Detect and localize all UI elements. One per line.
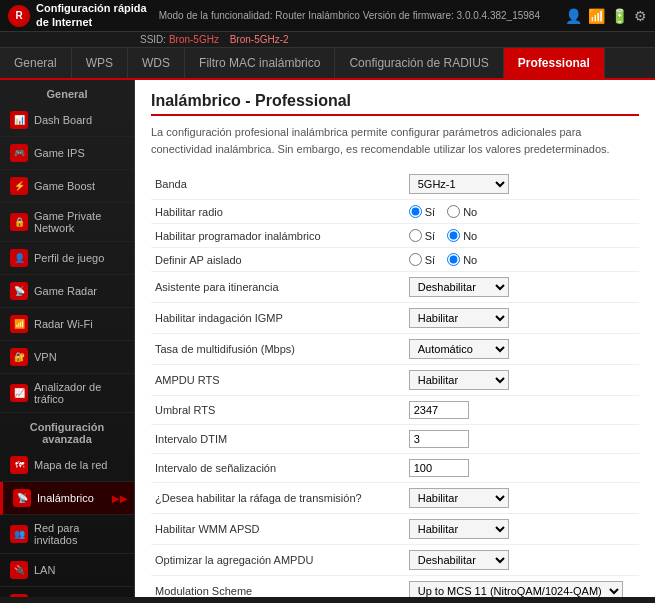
radio-option[interactable]: No — [447, 205, 477, 218]
logo: R Configuración rápida de Internet — [8, 2, 147, 28]
description: La configuración profesional inalámbrica… — [151, 124, 639, 157]
sidebar-item-gameips[interactable]: 🎮 Game IPS — [0, 137, 134, 170]
gameips-icon: 🎮 — [10, 144, 28, 162]
field-control[interactable]: HabilitarDeshabilitar — [405, 365, 639, 396]
table-row: Habilitar indagación IGMPHabilitarDeshab… — [151, 303, 639, 334]
perfil-icon: 👤 — [10, 249, 28, 267]
sidebar: General 📊 Dash Board 🎮 Game IPS ⚡ Game B… — [0, 80, 135, 597]
sidebar-item-mapa[interactable]: 🗺 Mapa de la red — [0, 449, 134, 482]
table-row: Umbral RTS — [151, 396, 639, 425]
radio-option[interactable]: No — [447, 253, 477, 266]
field-control[interactable]: SíNo — [405, 224, 639, 248]
tab-professional[interactable]: Professional — [504, 48, 605, 78]
sidebar-item-wan[interactable]: 🌐 WAN — [0, 587, 134, 597]
field-control[interactable] — [405, 396, 639, 425]
top-bar-icons: 👤 📶 🔋 ⚙ — [565, 8, 647, 24]
sidebar-item-inalambrico[interactable]: 📡 Inalámbrico ▶▶ — [0, 482, 134, 515]
field-select[interactable]: 5GHz-15GHz-22.4GHz — [409, 174, 509, 194]
field-label: Definir AP aislado — [151, 248, 405, 272]
field-label: Modulation Scheme — [151, 576, 405, 598]
field-label: Optimizar la agregación AMPDU — [151, 545, 405, 576]
field-control[interactable] — [405, 454, 639, 483]
table-row: ¿Desea habilitar la ráfaga de transmisió… — [151, 483, 639, 514]
top-bar: R Configuración rápida de Internet Modo … — [0, 0, 655, 32]
field-input[interactable] — [409, 401, 469, 419]
field-label: Umbral RTS — [151, 396, 405, 425]
ssid-bar: SSID: Bron-5GHz Bron-5GHz-2 — [0, 32, 655, 48]
sidebar-label: LAN — [34, 564, 55, 576]
sidebar-label: Game Boost — [34, 180, 95, 192]
radarwifi-icon: 📶 — [10, 315, 28, 333]
router-info: Modo de la funcionalidad: Router Inalámb… — [159, 10, 565, 21]
sidebar-label: Radar Wi-Fi — [34, 318, 93, 330]
arrow-icon: ▶▶ — [112, 493, 128, 504]
field-control[interactable]: Automático125.511 — [405, 334, 639, 365]
field-control[interactable]: Up to MCS 11 (NitroQAM/1024-QAM)Up to MC… — [405, 576, 639, 598]
field-control[interactable]: DeshabilitarHabilitar — [405, 545, 639, 576]
settings-table: Banda5GHz-15GHz-22.4GHzHabilitar radioSí… — [151, 169, 639, 597]
page-title: Inalámbrico - Professional — [151, 92, 639, 116]
radio-group: SíNo — [409, 229, 635, 242]
dashboard-icon: 📊 — [10, 111, 28, 129]
field-select[interactable]: HabilitarDeshabilitar — [409, 488, 509, 508]
field-control[interactable]: HabilitarDeshabilitar — [405, 514, 639, 545]
vpn-icon: 🔐 — [10, 348, 28, 366]
field-input[interactable] — [409, 459, 469, 477]
field-control[interactable]: DeshabilitarHabilitar — [405, 272, 639, 303]
field-select[interactable]: HabilitarDeshabilitar — [409, 370, 509, 390]
radio-option[interactable]: Sí — [409, 253, 435, 266]
settings-icon[interactable]: ⚙ — [634, 8, 647, 24]
field-select[interactable]: HabilitarDeshabilitar — [409, 519, 509, 539]
sidebar-item-gameprivate[interactable]: 🔒 Game Private Network — [0, 203, 134, 242]
table-row: Intervalo DTIM — [151, 425, 639, 454]
sidebar-item-invitados[interactable]: 👥 Red para invitados — [0, 515, 134, 554]
sidebar-item-perfil[interactable]: 👤 Perfil de juego — [0, 242, 134, 275]
table-row: Intervalo de señalización — [151, 454, 639, 483]
table-row: Definir AP aisladoSíNo — [151, 248, 639, 272]
sidebar-item-vpn[interactable]: 🔐 VPN — [0, 341, 134, 374]
table-row: Asistente para itineranciaDeshabilitarHa… — [151, 272, 639, 303]
tab-wps[interactable]: WPS — [72, 48, 128, 78]
table-row: Habilitar programador inalámbricoSíNo — [151, 224, 639, 248]
ssid2-link[interactable]: Bron-5GHz-2 — [230, 34, 289, 45]
sidebar-item-gameradar[interactable]: 📡 Game Radar — [0, 275, 134, 308]
sidebar-item-radarwifi[interactable]: 📶 Radar Wi-Fi — [0, 308, 134, 341]
sidebar-label: Mapa de la red — [34, 459, 107, 471]
field-select[interactable]: DeshabilitarHabilitar — [409, 550, 509, 570]
user-icon[interactable]: 👤 — [565, 8, 582, 24]
field-control[interactable]: HabilitarDeshabilitar — [405, 303, 639, 334]
field-select[interactable]: Automático125.511 — [409, 339, 509, 359]
main-content: Inalámbrico - Professional La configurac… — [135, 80, 655, 597]
table-row: Habilitar WMM APSDHabilitarDeshabilitar — [151, 514, 639, 545]
radio-option[interactable]: No — [447, 229, 477, 242]
field-input[interactable] — [409, 430, 469, 448]
sidebar-item-trafico[interactable]: 📈 Analizador de tráfico — [0, 374, 134, 413]
sidebar-label: Dash Board — [34, 114, 92, 126]
radio-option[interactable]: Sí — [409, 229, 435, 242]
field-select[interactable]: HabilitarDeshabilitar — [409, 308, 509, 328]
radio-option[interactable]: Sí — [409, 205, 435, 218]
field-select-wide[interactable]: Up to MCS 11 (NitroQAM/1024-QAM)Up to MC… — [409, 581, 623, 597]
sidebar-item-lan[interactable]: 🔌 LAN — [0, 554, 134, 587]
gameprivate-icon: 🔒 — [10, 213, 28, 231]
field-control[interactable]: 5GHz-15GHz-22.4GHz — [405, 169, 639, 200]
field-control[interactable]: SíNo — [405, 248, 639, 272]
sidebar-section-advanced: Configuración avanzada — [0, 413, 134, 449]
tab-filtro-mac[interactable]: Filtro MAC inalámbrico — [185, 48, 335, 78]
gameboost-icon: ⚡ — [10, 177, 28, 195]
wifi-icon[interactable]: 📶 — [588, 8, 605, 24]
field-select[interactable]: DeshabilitarHabilitar — [409, 277, 509, 297]
sidebar-item-gameboost[interactable]: ⚡ Game Boost — [0, 170, 134, 203]
ssid1-link[interactable]: Bron-5GHz — [169, 34, 219, 45]
field-label: Habilitar programador inalámbrico — [151, 224, 405, 248]
field-control[interactable] — [405, 425, 639, 454]
field-control[interactable]: HabilitarDeshabilitar — [405, 483, 639, 514]
sidebar-item-dashboard[interactable]: 📊 Dash Board — [0, 104, 134, 137]
tab-radius[interactable]: Configuración de RADIUS — [335, 48, 503, 78]
sidebar-label: Analizador de tráfico — [34, 381, 124, 405]
radio-group: SíNo — [409, 205, 635, 218]
field-label: Intervalo DTIM — [151, 425, 405, 454]
tab-wds[interactable]: WDS — [128, 48, 185, 78]
tab-general[interactable]: General — [0, 48, 72, 78]
field-control[interactable]: SíNo — [405, 200, 639, 224]
